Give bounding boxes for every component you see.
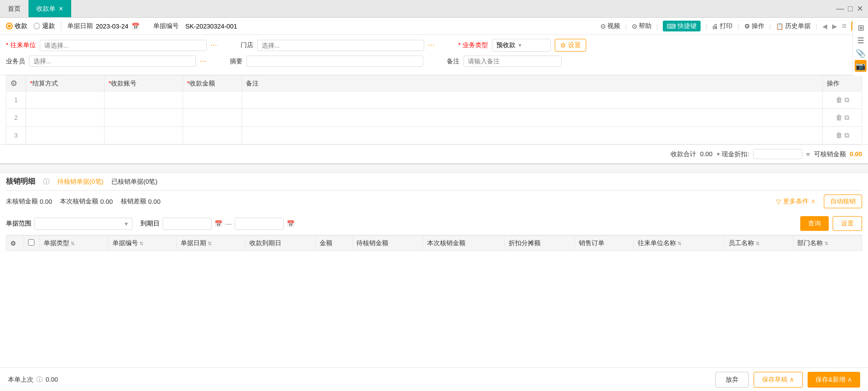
query-button[interactable]: 查询 [800,216,829,231]
row2-settlement[interactable] [26,109,105,127]
stat-diff: 核销差额 0.00 [121,197,161,206]
shortcut-label: 快捷键 [678,22,697,30]
stat-current-label: 本次核销金额 [60,197,98,206]
docnum-value: SK-20230324-001 [186,23,238,30]
row1-num: 1 [6,91,26,109]
total-label: 收款合计 [671,150,696,159]
stat-uncancelled-value: 0.00 [40,198,52,205]
form-area: * 往来单位 ··· 门店 ··· * 业务类型 预收款 ▾ ⚙ 设置 业务员 … [0,35,868,75]
sidebar-table-icon[interactable]: ⊞ [855,22,867,33]
save-new-button[interactable]: 保存&新增 ∧ [808,372,860,388]
prev-label: 本单上次 [8,375,33,384]
shortcut-btn[interactable]: ⌨ 快捷键 [663,21,701,31]
save-draft-chevron-icon: ∧ [789,376,794,383]
store-input[interactable] [257,40,424,51]
save-draft-button[interactable]: 保存草稿 ∧ [754,372,803,388]
staff-input[interactable] [29,56,196,67]
sidebar-camera-icon[interactable]: 📷 [855,60,867,72]
print-btn[interactable]: 🖨 打印 [712,22,732,30]
video-label: 视频 [607,22,620,30]
counterparty-input[interactable] [40,40,207,51]
filter-settings-button[interactable]: 设置 [833,216,862,231]
prev-info-icon[interactable]: ⓘ [36,375,43,384]
total-value: 0.00 [700,150,712,158]
counterparty-more-icon[interactable]: ··· [211,41,217,50]
staff-more-icon[interactable]: ··· [200,57,206,66]
sidebar-attachment-icon[interactable]: 📎 [855,47,867,59]
radio-refund[interactable]: 退款 [33,22,55,30]
prev-arrow[interactable]: ◀ [822,23,827,30]
tab-home[interactable]: 首页 [0,0,28,17]
table-area: ⚙ *结算方式 *收款账号 *收款金额 备注 操作 [0,75,868,144]
duedate-start-input[interactable]: 2022-04-01 [163,218,212,230]
settings-label: 设置 [568,41,581,50]
operation-btn[interactable]: ⚙ 操作 [744,22,764,30]
radio-receipt[interactable]: 收款 [6,22,27,30]
history-btn[interactable]: 📋 历史单据 [776,22,811,30]
bt-gear-icon[interactable]: ⚙ [10,240,16,247]
row1-actions: 🗑 ⧉ [823,91,862,109]
store-more-icon[interactable]: ··· [428,41,434,50]
row2-num: 2 [6,109,26,127]
row3-account[interactable] [105,127,183,144]
video-btn[interactable]: ⊙ 视频 [600,22,620,30]
range-dropdown[interactable]: ▾ [34,218,133,230]
tab-receipt[interactable]: 收款单 ✕ [28,0,71,17]
stat-diff-value: 0.00 [148,198,161,205]
calendar-end-icon[interactable]: 📅 [287,220,295,227]
page-footer: 本单上次 ⓘ 0.00 放弃 保存草稿 ∧ 保存&新增 ∧ [0,367,868,391]
save-new-label: 保存&新增 [815,375,845,384]
row3-copy-icon[interactable]: ⧉ [844,131,849,140]
abandon-button[interactable]: 放弃 [715,372,749,388]
writeoff-title: 核销明细 [6,177,35,186]
table-settings-icon[interactable]: ⚙ [10,79,17,87]
settings-button[interactable]: ⚙ 设置 [555,39,586,52]
minimize-icon[interactable]: — [836,4,844,13]
pending-link[interactable]: 待核销单据(0笔) [57,177,104,186]
row1-copy-icon[interactable]: ⧉ [844,96,849,104]
row2-amount[interactable] [183,109,242,127]
remark-input[interactable] [463,56,562,67]
help-btn[interactable]: ⊙ 帮助 [632,22,651,30]
footer-buttons: 放弃 保存草稿 ∧ 保存&新增 ∧ [715,372,860,388]
select-all-checkbox[interactable] [28,239,34,246]
auto-writeoff-button[interactable]: 自动核销 [824,195,862,208]
next-arrow[interactable]: ▶ [832,23,837,30]
row1-delete-icon[interactable]: 🗑 [836,96,842,104]
biztype-dropdown[interactable]: 预收款 ▾ [492,39,551,52]
row2-remark[interactable] [242,109,823,127]
staff-label: 业务员 [6,57,25,66]
row2-copy-icon[interactable]: ⧉ [844,113,849,122]
row1-account[interactable] [105,91,183,109]
stat-current-value: 0.00 [100,198,112,205]
done-link[interactable]: 已核销单据(0笔) [111,177,158,186]
row1-settlement[interactable] [26,91,105,109]
row2-delete-icon[interactable]: 🗑 [836,113,842,122]
date-field: 单据日期 2023-03-24 📅 [67,22,139,30]
tab-close-icon[interactable]: ✕ [58,5,63,12]
bt-col-writeoff: 本次核销金额 [423,236,504,251]
writeoff-info-icon[interactable]: ⓘ [43,177,50,186]
discount-input[interactable] [753,149,802,159]
window-close-icon[interactable]: ✕ [857,4,863,13]
row3-settlement[interactable] [26,127,105,144]
more-conditions-btn[interactable]: ▽ 更多条件 ∧ [776,197,816,206]
list-view-icon[interactable]: ≡ [842,22,846,30]
duedate-end-input[interactable]: 2022-04-12 [235,218,284,230]
table-row: 2 🗑 ⧉ [6,109,862,127]
summary-input[interactable] [246,56,423,67]
row3-delete-icon[interactable]: 🗑 [836,131,842,140]
available-label: 可核销金额 [814,150,846,159]
row1-amount[interactable] [183,91,242,109]
row3-remark[interactable] [242,127,823,144]
sidebar-list-icon[interactable]: ☰ [855,34,867,46]
row2-account[interactable] [105,109,183,127]
stat-current: 本次核销金额 0.00 [60,197,112,206]
row3-amount[interactable] [183,127,242,144]
stat-uncancelled: 未核销金额 0.00 [6,197,52,206]
calendar-icon[interactable]: 📅 [132,23,139,30]
print-label: 打印 [720,22,732,30]
maximize-icon[interactable]: □ [848,4,853,13]
row1-remark[interactable] [242,91,823,109]
calendar-start-icon[interactable]: 📅 [215,220,222,227]
